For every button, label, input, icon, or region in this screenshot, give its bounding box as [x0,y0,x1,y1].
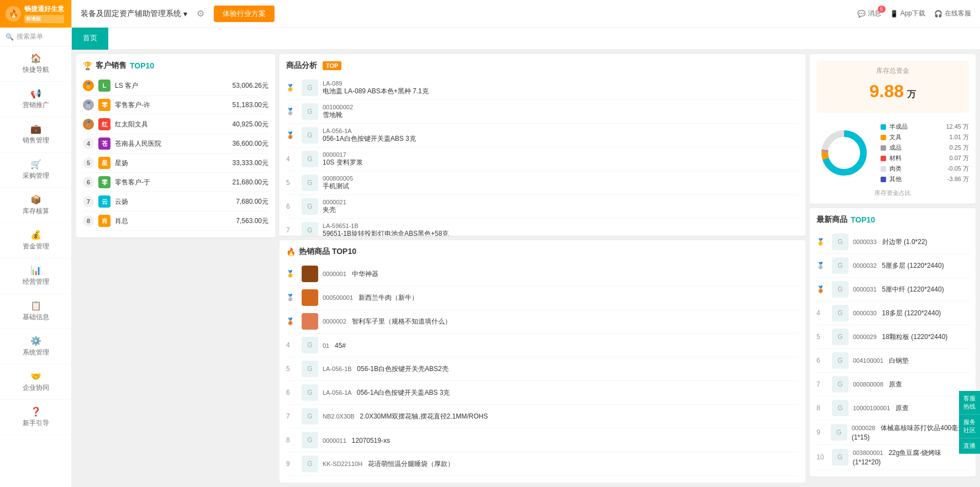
search-menu[interactable]: 🔍 搜索菜单 [0,28,71,46]
sidebar-item-purchase[interactable]: 🛒 采购管理 [0,152,71,188]
system-icon: ⚙️ [30,336,41,346]
sidebar-item-label: 系统管理 [23,348,49,357]
product-thumbnail: G [302,222,318,236]
sidebar-item-finance[interactable]: 💰 资金管理 [0,223,71,258]
rank-badge: 红 [98,118,110,130]
sidebar-item-nav[interactable]: 🏠 快捷导航 [0,46,71,82]
legend-name: 文具 [889,133,946,141]
product-info: 0000002 智利车子里（规格不知道填什么） [323,317,451,326]
rank-indicator: 🥇 [816,238,828,246]
message-button[interactable]: 💬 消息 6 [857,9,881,18]
rank-indicator: 🥈 [286,108,297,115]
enterprise-icon: 🤝 [30,371,41,382]
message-badge: 6 [878,6,886,13]
product-image: G [302,432,318,448]
product-info: LA-59651-1B 59651-1B旋转投影灯电池盒ABS黑色+58克 [323,223,449,236]
system-title-text: 装备及固定资产辅助管理系统 [81,9,181,19]
sidebar-item-label: 快捷导航 [23,65,49,75]
rank-name: 云扬 [115,197,231,207]
goods-analysis-title: 商品分析 TOP [286,61,799,71]
rank-name: 零售客户-许 [115,100,228,110]
product-info: 0000021 夹壳 [323,199,346,215]
logo-icon: 🔥 [6,6,21,22]
legend-item: 成品 0.25 万 [881,142,969,153]
live-button[interactable]: 直播 [959,438,980,454]
rank-indicator: 9 [816,428,826,436]
rank-amount: 7,563.00元 [236,216,268,226]
inventory-total-value: 9.88 万 [822,76,963,107]
sidebar-item-system[interactable]: ⚙️ 系统管理 [0,329,71,364]
rank-badge: 零 [98,99,110,111]
legend-dot [881,145,886,151]
rank-name: 零售客户-于 [115,178,228,187]
rank-number: 8 [83,215,94,226]
hot-product-item: 5 G LA-056-1B 056-1B白色按键开关壳ABS2壳 [286,357,799,381]
legend-dot [881,177,886,182]
goods-item: 🥉 G LA-056-1A 056-1A白色按键开关盖ABS 3克 [286,124,799,147]
rank-badge: 苍 [98,137,110,150]
app-download-label: App下载 [900,9,925,18]
product-info: 0000032 5厘多层 (1220*2440) [853,261,944,271]
rank-amount: 40,925.00元 [233,120,268,129]
sidebar-item-operation[interactable]: 📊 经营管理 [0,258,71,294]
goods-analysis-card: 商品分析 TOP 🥇 G LA-089 电池盖 LA-089 ABS本色+黑种 … [280,54,805,236]
basic-icon: 📋 [30,300,41,311]
sidebar-item-enterprise[interactable]: 🤝 企业协同 [0,364,71,400]
product-thumbnail: G [832,305,849,321]
product-info: 0000033 封边带 (1.0*22) [853,237,928,247]
sidebar-menu: 🏠 快捷导航 📢 营销推广 💼 销售管理 🛒 采购管理 📦 库存核算 💰 资金管… [0,46,71,487]
sidebar-item-inventory[interactable]: 📦 库存核算 [0,188,71,223]
purchase-icon: 🛒 [30,159,41,170]
main-area: 装备及固定资产辅助管理系统 ▾ ⚙ 体验行业方案 💬 消息 6 📱 App下载 … [72,0,980,487]
customer-service-button[interactable]: 客服热线 [959,391,980,415]
fire-icon: 🔥 [286,247,296,256]
new-products-list: 🥇 G 0000033 封边带 (1.0*22) 🥈 G 0000032 5厘多… [816,230,969,470]
product-image: G [302,384,318,401]
customer-ranking-card: 🏆 客户销售 TOP10 🥇 L LS 客户 53,006.26元 🥈 零 零售… [76,54,275,237]
product-thumbnail: G [302,174,318,191]
customer-rank-item: 5 星 星扬 33,333.00元 [83,153,268,173]
rank-indicator: 7 [286,412,297,420]
product-thumbnail: G [302,103,318,120]
product-info: 000800005 手机测试 [323,175,353,191]
product-thumbnail: G [832,329,849,345]
sidebar-item-sales[interactable]: 💼 销售管理 [0,117,71,152]
app-download-button[interactable]: 📱 App下载 [890,9,925,18]
rank-badge: 肖 [98,215,110,227]
legend-item: 其他 -3.86 万 [881,174,969,184]
goods-item: 🥇 G LA-089 电池盖 LA-089 ABS本色+黑种 7.1克 [286,76,799,100]
online-service-button[interactable]: 🎧 在线客服 [934,9,971,18]
rank-badge: 零 [98,176,110,188]
tab-home[interactable]: 首页 [72,28,108,50]
customer-rank-item: 🥇 L LS 客户 53,006.26元 [83,76,268,96]
message-icon: 💬 [857,10,866,18]
trophy-icon: 🏆 [83,61,92,70]
trial-button[interactable]: 体验行业方案 [214,6,275,22]
legend-item: 肉类 -0.05 万 [881,163,969,174]
legend-name: 半成品 [889,123,942,131]
system-title-dropdown[interactable]: 装备及固定资产辅助管理系统 ▾ [81,9,187,19]
rank-amount: 51,183.00元 [233,100,268,110]
sidebar-item-basic[interactable]: 📋 基础信息 [0,294,71,329]
guide-icon: ❓ [30,406,41,417]
product-info: 10000100001 原查 [853,404,909,413]
new-products-title: 最新商品 TOP10 [816,215,969,225]
service-community-button[interactable]: 服务社区 [959,415,980,438]
hot-product-item: 🥉 0000002 智利车子里（规格不知道填什么） [286,310,799,334]
product-thumbnail: G [832,449,849,465]
sidebar-item-marketing[interactable]: 📢 营销推广 [0,82,71,117]
product-info: 0000001 中华神器 [323,269,378,279]
rank-indicator: 7 [286,226,297,234]
settings-button[interactable]: ⚙ [193,6,208,22]
sidebar-item-label: 经营管理 [23,277,49,287]
rank-indicator: 🥇 [286,84,297,92]
dropdown-arrow: ▾ [183,9,187,18]
goods-item: 7 G LA-59651-1B 59651-1B旋转投影灯电池盒ABS黑色+58… [286,219,799,236]
customer-rank-item: 6 零 零售客户-于 21,680.00元 [83,173,268,192]
hot-product-item: 7 G NB2.0X30B 2.0X30MM双摆花轴,摆花直径2.1MM/ROH… [286,405,799,428]
sidebar-item-guide[interactable]: ❓ 新手引导 [0,400,71,435]
goods-item: 5 G 000800005 手机测试 [286,171,799,195]
product-info: 0000031 5厘中纤 (1220*2440) [853,285,944,294]
legend-name: 材料 [889,154,946,162]
new-products-card: 最新商品 TOP10 🥇 G 0000033 封边带 (1.0*22) 🥈 G … [810,208,976,477]
